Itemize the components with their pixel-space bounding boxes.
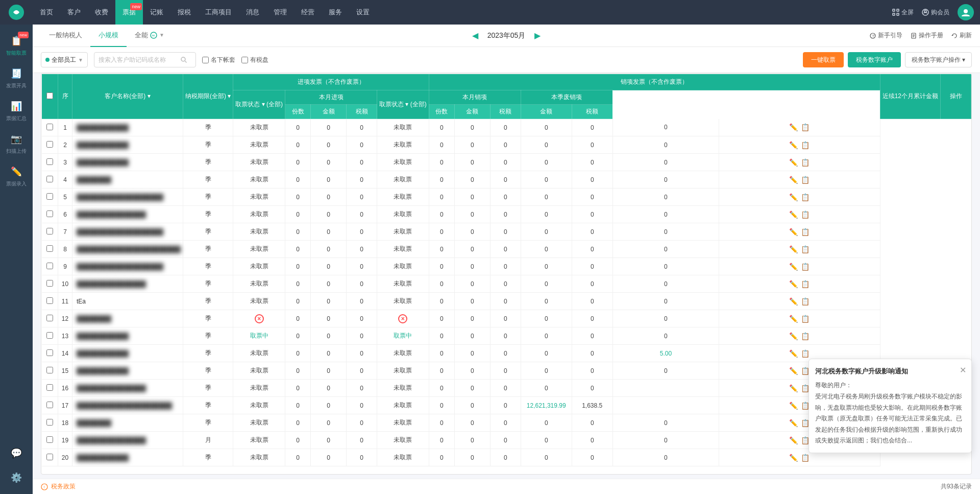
row-in-status[interactable]: 未取票 [233,345,285,362]
row-checkbox[interactable] [46,210,53,217]
row-out-status[interactable]: × [377,310,429,327]
nav-tax[interactable]: 报税 [170,0,198,25]
row-in-status[interactable]: 未取票 [233,154,285,171]
row-customer[interactable]: ████████ [72,171,183,189]
row-checkbox[interactable] [46,402,53,408]
row-customer[interactable]: ████████████████ [72,275,183,293]
edit-icon[interactable]: ✏️ [789,315,798,323]
row-customer[interactable]: ████████████████████ [72,189,183,206]
row-checkbox[interactable] [46,454,53,460]
row-customer[interactable]: ████████ [72,310,183,327]
row-out-status[interactable]: 未取票 [377,189,429,206]
edit-icon[interactable]: ✏️ [789,349,798,358]
checkbox-taxboard[interactable]: 有税盘 [241,56,268,64]
row-out-status[interactable]: 未取票 [377,362,429,380]
copy-icon[interactable]: 📋 [801,454,810,462]
th-customer[interactable]: 客户名称(全部) ▾ [72,74,183,119]
edit-icon[interactable]: ✏️ [789,210,798,219]
row-in-status[interactable]: 未取票 [233,275,285,293]
sidebar-item-smart-ticket[interactable]: 📋 智能取票 new [0,29,33,61]
user-avatar[interactable] [958,4,974,20]
checkbox-taxboard-input[interactable] [241,57,248,63]
row-in-status[interactable]: 未取票 [233,258,285,275]
row-customer[interactable]: ████████████ [72,362,183,380]
row-out-status[interactable]: 未取票 [377,136,429,154]
row-in-status[interactable]: 未取票 [233,362,285,380]
edit-icon[interactable]: ✏️ [789,263,798,271]
edit-icon[interactable]: ✏️ [789,141,798,149]
row-out-status[interactable]: 未取票 [377,345,429,362]
row-checkbox[interactable] [46,315,53,321]
th-in-status[interactable]: 取票状态 ▾ (全部) [233,90,285,119]
row-in-status[interactable]: 未取票 [233,241,285,258]
row-checkbox[interactable] [46,141,53,148]
edit-icon[interactable]: ✏️ [789,436,798,444]
copy-icon[interactable]: 📋 [801,228,810,236]
row-checkbox[interactable] [46,349,53,356]
edit-icon[interactable]: ✏️ [789,245,798,253]
row-out-status[interactable]: 未取票 [377,206,429,223]
search-icon[interactable] [180,56,187,63]
sidebar-item-scan-upload[interactable]: 📷 扫描上传 [0,127,33,159]
edit-icon[interactable]: ✏️ [789,402,798,410]
sidebar-item-settings[interactable]: ⚙️ [9,465,23,490]
nav-home[interactable]: 首页 [33,0,60,25]
row-checkbox[interactable] [46,280,53,287]
nav-customer[interactable]: 客户 [60,0,88,25]
row-in-status[interactable]: 未取票 [233,223,285,241]
sidebar-item-invoice-open[interactable]: 🧾 发票开具 [0,61,33,94]
edit-icon[interactable]: ✏️ [789,193,798,201]
row-out-status[interactable]: 未取票 [377,449,429,466]
row-in-status[interactable]: 取票中 [233,327,285,345]
row-out-status[interactable]: 未取票 [377,223,429,241]
logo[interactable] [6,2,27,22]
edit-icon[interactable]: ✏️ [789,384,798,392]
tab-small-scale[interactable]: 小规模 [90,25,127,47]
nav-accounting[interactable]: 记账 [143,0,170,25]
row-checkbox[interactable] [46,228,53,234]
nav-manage[interactable]: 管理 [266,0,294,25]
row-customer[interactable]: ████████████ [72,119,183,136]
row-out-status[interactable]: 取票中 [377,327,429,345]
th-out-status[interactable]: 取票状态 ▾ (全部) [377,90,429,119]
copy-icon[interactable]: 📋 [801,245,810,253]
row-season-amount[interactable]: 12,621,319.99 [521,397,572,414]
row-checkbox[interactable] [46,436,53,443]
row-checkbox[interactable] [46,193,53,200]
tab-general-taxpayer[interactable]: 一般纳税人 [41,25,90,47]
member-btn[interactable]: 购会员 [922,8,949,17]
row-in-status[interactable]: × [233,310,285,327]
copy-icon[interactable]: 📋 [801,210,810,219]
edit-icon[interactable]: ✏️ [789,176,798,184]
check-all[interactable] [46,92,53,99]
row-in-status[interactable]: 未取票 [233,380,285,397]
row-checkbox[interactable] [46,419,53,426]
row-customer[interactable]: ████████████████ [72,432,183,449]
edit-icon[interactable]: ✏️ [789,228,798,236]
row-customer[interactable]: ████████████████ [72,206,183,223]
nav-tickets[interactable]: 票据 new [115,0,143,25]
edit-icon[interactable]: ✏️ [789,454,798,462]
fullscreen-btn[interactable]: 全屏 [892,8,914,17]
copy-icon[interactable]: 📋 [801,176,810,184]
edit-icon[interactable]: ✏️ [789,419,798,427]
copy-icon[interactable]: 📋 [801,280,810,288]
row-out-status[interactable]: 未取票 [377,414,429,432]
row-checkbox[interactable] [46,124,53,130]
nav-message[interactable]: 消息 [239,0,266,25]
copy-icon[interactable]: 📋 [801,193,810,201]
manual-btn[interactable]: 操作手册 [911,31,943,40]
row-customer[interactable]: ████████████ [72,136,183,154]
copy-icon[interactable]: 📋 [801,263,810,271]
row-in-status[interactable]: 未取票 [233,171,285,189]
copy-icon[interactable]: 📋 [801,123,810,131]
row-out-status[interactable]: 未取票 [377,293,429,310]
row-customer[interactable]: ██████████████████████ [72,397,183,414]
copy-icon[interactable]: 📋 [801,141,810,149]
row-customer[interactable]: ████████████ [72,154,183,171]
row-out-status[interactable]: 未取票 [377,258,429,275]
copy-icon[interactable]: 📋 [801,349,810,358]
row-out-status[interactable]: 未取票 [377,397,429,414]
nav-business[interactable]: 工商项目 [198,0,239,25]
search-input[interactable] [99,56,180,63]
